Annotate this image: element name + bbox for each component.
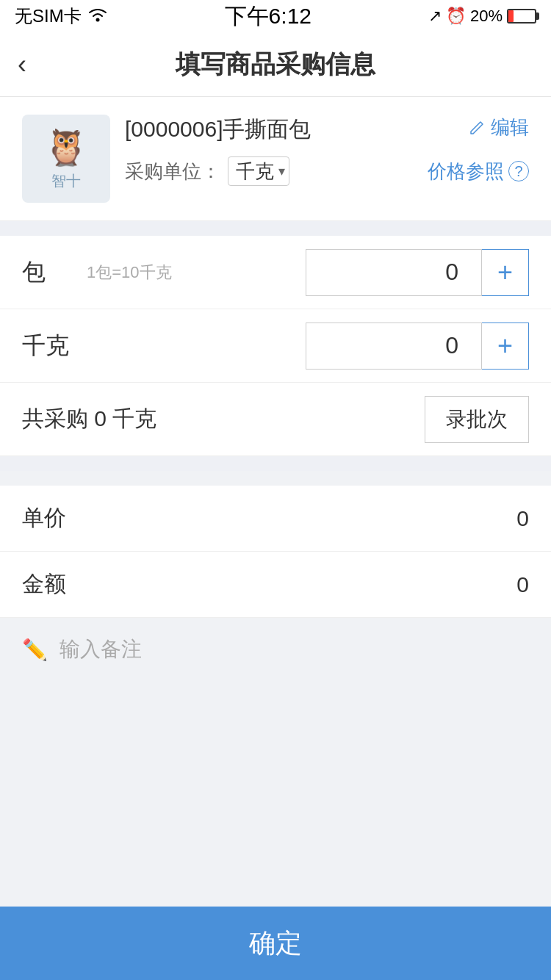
status-bar-left: 无SIM卡 bbox=[15, 4, 108, 28]
wifi-icon bbox=[87, 6, 108, 26]
product-unit-row: 采购单位： 千克 包 价格参照 ? bbox=[125, 156, 529, 186]
unit-price-label: 单价 bbox=[22, 503, 66, 533]
product-info: [0000006]手撕面包 编辑 采购单位： 千克 包 bbox=[125, 115, 529, 186]
kg-label: 千克 bbox=[22, 330, 81, 362]
content-spacer bbox=[0, 681, 551, 828]
bao-input-right: + bbox=[306, 249, 529, 296]
bao-input-row: 包 1包=10千克 + bbox=[0, 236, 551, 309]
unit-select-wrapper[interactable]: 千克 包 bbox=[228, 156, 289, 186]
product-thumb-icon: 🦉 bbox=[44, 127, 88, 168]
bao-quantity-input[interactable] bbox=[306, 249, 482, 296]
price-ref-label: 价格参照 bbox=[428, 159, 504, 184]
price-ref-button[interactable]: 价格参照 ? bbox=[428, 159, 529, 184]
kg-input-row: 千克 + bbox=[0, 309, 551, 383]
info-section: 单价 0 金额 0 bbox=[0, 486, 551, 618]
nav-bar: ‹ 填写商品采购信息 bbox=[0, 32, 551, 97]
battery-percent: 20% bbox=[470, 7, 503, 26]
note-area[interactable]: ✏️ 输入备注 bbox=[0, 618, 551, 681]
section-divider-2 bbox=[0, 456, 551, 471]
main-content: 🦉 智十 [0000006]手撕面包 编辑 采购单位： 千克 bbox=[0, 97, 551, 901]
svg-point-0 bbox=[96, 18, 99, 22]
edit-button[interactable]: 编辑 bbox=[469, 115, 529, 140]
section-divider-1 bbox=[0, 221, 551, 236]
edit-label: 编辑 bbox=[491, 115, 529, 140]
kg-quantity-input[interactable] bbox=[306, 323, 482, 370]
note-icon: ✏️ bbox=[22, 638, 48, 662]
back-button[interactable]: ‹ bbox=[18, 49, 26, 80]
status-bar: 无SIM卡 下午6:12 ↗ ⏰ 20% bbox=[0, 0, 551, 32]
amount-row: 金额 0 bbox=[0, 552, 551, 618]
battery-icon bbox=[507, 9, 536, 24]
location-icon: ↗ bbox=[428, 7, 442, 26]
amount-value: 0 bbox=[516, 572, 529, 597]
kg-input-right: + bbox=[306, 323, 529, 370]
product-header: [0000006]手撕面包 编辑 bbox=[125, 115, 529, 145]
kg-plus-button[interactable]: + bbox=[482, 323, 529, 370]
summary-text: 共采购 0 千克 bbox=[22, 404, 156, 434]
carrier-text: 无SIM卡 bbox=[15, 4, 82, 28]
input-section: 包 1包=10千克 + 千克 + 共采购 0 千克 录批次 bbox=[0, 236, 551, 456]
bao-label: 包 bbox=[22, 256, 81, 289]
unit-price-row: 单价 0 bbox=[0, 486, 551, 552]
unit-label: 采购单位： bbox=[125, 159, 220, 184]
status-bar-time: 下午6:12 bbox=[225, 1, 311, 32]
bao-sublabel: 1包=10千克 bbox=[87, 262, 172, 284]
product-thumbnail: 🦉 智十 bbox=[22, 115, 110, 203]
alarm-icon: ⏰ bbox=[446, 7, 466, 26]
unit-select[interactable]: 千克 包 bbox=[228, 156, 289, 186]
help-icon: ? bbox=[508, 161, 529, 181]
summary-value: 0 bbox=[94, 406, 112, 430]
product-card: 🦉 智十 [0000006]手撕面包 编辑 采购单位： 千克 bbox=[0, 97, 551, 221]
page-title: 填写商品采购信息 bbox=[176, 48, 375, 82]
record-batch-button[interactable]: 录批次 bbox=[425, 396, 529, 443]
summary-unit: 千克 bbox=[112, 406, 156, 430]
bao-plus-button[interactable]: + bbox=[482, 249, 529, 296]
summary-prefix: 共采购 bbox=[22, 406, 88, 430]
amount-label: 金额 bbox=[22, 569, 66, 599]
confirm-button[interactable]: 确定 bbox=[0, 907, 551, 980]
note-placeholder: 输入备注 bbox=[60, 635, 142, 663]
product-name: [0000006]手撕面包 bbox=[125, 115, 311, 145]
product-thumb-label: 智十 bbox=[51, 171, 81, 191]
confirm-button-label: 确定 bbox=[249, 926, 302, 962]
summary-row: 共采购 0 千克 录批次 bbox=[0, 383, 551, 456]
unit-price-value: 0 bbox=[516, 506, 529, 531]
status-bar-right: ↗ ⏰ 20% bbox=[428, 7, 536, 26]
